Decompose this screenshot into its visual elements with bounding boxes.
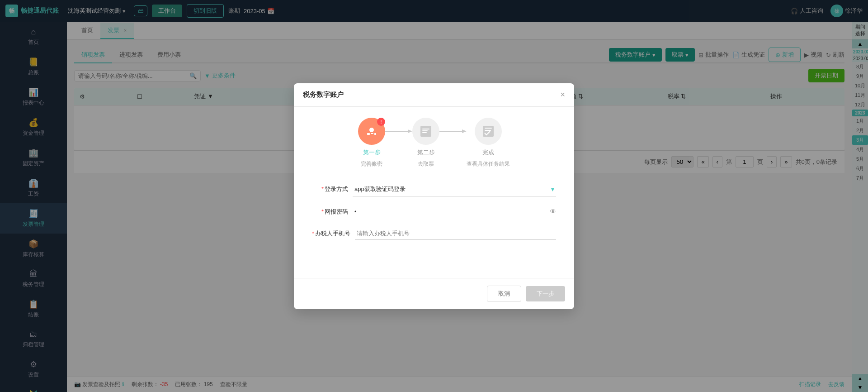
svg-rect-8 <box>422 129 429 129</box>
svg-rect-4 <box>374 133 376 135</box>
step-3-icon-wrap <box>475 118 502 145</box>
modal-body: ! 第一步 完善账密 <box>294 107 574 278</box>
password-toggle-button[interactable]: 👁 <box>550 208 556 215</box>
step-1-badge: ! <box>377 118 385 126</box>
modal-spacer <box>312 249 556 267</box>
step-1: ! 第一步 完善账密 <box>358 118 385 168</box>
modal-footer: 取消 下一步 <box>294 278 574 309</box>
arrow-right-icon-2 <box>439 127 467 136</box>
login-method-label: 登录方式 <box>312 185 348 193</box>
modal-close-button[interactable]: × <box>560 91 565 99</box>
login-method-select[interactable]: app获取验证码登录 ▾ <box>353 182 556 196</box>
step-arrow-1 <box>385 127 412 136</box>
step-3: 完成 查看具体任务结果 <box>467 118 510 168</box>
step-2-desc: 去取票 <box>418 160 434 168</box>
step-3-label: 完成 <box>482 148 494 157</box>
modal-title: 税务数字账户 <box>303 91 344 99</box>
modal-form: 登录方式 app获取验证码登录 ▾ 网报密码 👁 <box>312 182 556 240</box>
phone-input[interactable] <box>357 230 554 237</box>
cancel-button[interactable]: 取消 <box>487 286 521 302</box>
step-2-label: 第二步 <box>417 148 435 157</box>
step-3-desc: 查看具体任务结果 <box>467 160 510 168</box>
svg-rect-9 <box>422 130 428 131</box>
svg-rect-14 <box>485 128 492 129</box>
phone-label: 办税人手机号 <box>312 229 350 238</box>
password-field: 👁 <box>353 206 556 218</box>
steps-container: ! 第一步 完善账密 <box>312 118 556 168</box>
step-arrow-2 <box>439 127 467 136</box>
step-1-desc: 完善账密 <box>361 160 382 168</box>
modal-header: 税务数字账户 × <box>294 83 574 107</box>
login-method-row: 登录方式 app获取验证码登录 ▾ <box>312 182 556 196</box>
svg-rect-13 <box>483 126 494 137</box>
password-row: 网报密码 👁 <box>312 206 556 218</box>
eye-icon: 👁 <box>550 208 556 215</box>
svg-marker-12 <box>462 129 467 133</box>
phone-row: 办税人手机号 <box>312 227 556 240</box>
svg-marker-6 <box>408 129 412 133</box>
phone-field <box>355 227 556 240</box>
arrow-right-icon <box>385 127 412 136</box>
svg-rect-15 <box>485 130 491 131</box>
login-method-chevron-icon: ▾ <box>551 186 554 193</box>
svg-rect-3 <box>371 133 373 134</box>
step-2-ticket-icon <box>419 124 433 139</box>
svg-point-1 <box>369 128 374 132</box>
step-3-complete-icon <box>481 124 495 139</box>
step-1-icon-wrap: ! <box>358 118 385 145</box>
svg-rect-2 <box>367 133 370 135</box>
next-step-button[interactable]: 下一步 <box>526 286 565 301</box>
step-1-person-icon <box>364 124 379 139</box>
modal-overlay: 税务数字账户 × <box>0 0 868 392</box>
svg-rect-10 <box>422 132 427 133</box>
step-2: 第二步 去取票 <box>412 118 439 168</box>
password-input[interactable] <box>353 206 550 218</box>
password-label: 网报密码 <box>312 208 348 216</box>
login-method-value: app获取验证码登录 <box>354 185 406 193</box>
step-1-label: 第一步 <box>363 148 381 157</box>
step-2-icon-wrap <box>412 118 439 145</box>
tax-digital-modal: 税务数字账户 × <box>294 83 574 309</box>
